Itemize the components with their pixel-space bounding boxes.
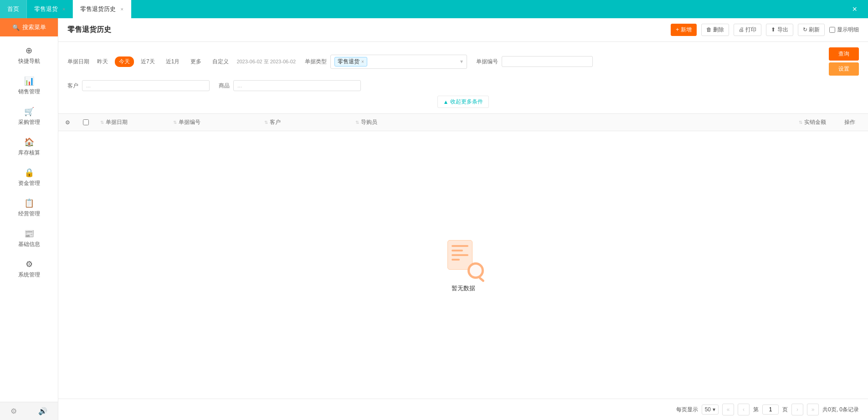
page-unit: 页 <box>782 406 788 414</box>
page-number-input[interactable] <box>762 405 779 415</box>
prev-page-button[interactable]: ‹ <box>738 404 750 415</box>
show-detail-input[interactable] <box>829 27 835 33</box>
next-page-button[interactable]: › <box>791 404 803 415</box>
date-filter-label: 单据日期 <box>67 58 89 66</box>
tab-home-label: 首页 <box>7 5 19 13</box>
select-all-checkbox[interactable] <box>83 119 89 125</box>
empty-search-circle <box>467 262 484 279</box>
sort-icon-number: ⇅ <box>173 120 177 125</box>
purchase-icon: 🛒 <box>24 107 34 117</box>
tab-home[interactable]: 首页 <box>0 0 27 18</box>
page-header: 零售退货历史 + 新增 🗑 删除 🖨 打印 ⬆ 导出 ↻ 刷新 显示明细 <box>58 18 868 42</box>
settings-button[interactable]: 设置 <box>829 62 859 76</box>
doc-line-4 <box>452 259 460 261</box>
date-btn-today[interactable]: 今天 <box>115 56 134 67</box>
sidebar-search[interactable]: 🔍 搜索菜单 <box>0 18 58 36</box>
sidebar-item-basic-info[interactable]: 📰 基础信息 <box>0 223 58 254</box>
date-btn-more[interactable]: 更多 <box>186 56 205 67</box>
sidebar-bottom: ⚙ 🔊 <box>0 402 58 420</box>
sidebar-item-purchase-mgmt[interactable]: 🛒 采购管理 <box>0 101 58 132</box>
th-action: 操作 <box>832 114 868 131</box>
first-page-button[interactable]: « <box>722 404 734 415</box>
sort-icon-guide: ⇅ <box>355 120 359 125</box>
sort-icon-customer: ⇅ <box>264 120 268 125</box>
table-header: ⚙ ⇅ 单据日期 ⇅ 单据编号 ⇅ 客户 ⇅ <box>58 114 868 131</box>
th-number[interactable]: ⇅ 单据编号 <box>168 114 259 131</box>
page-label: 第 <box>753 406 759 414</box>
goods-input[interactable]: ... <box>233 80 361 91</box>
th-number-label: 单据编号 <box>179 118 200 126</box>
date-filter: 单据日期 昨天 今天 近7天 近1月 更多 自定义 2023-06-02 至 2… <box>67 56 296 67</box>
doc-line-2 <box>452 250 463 251</box>
tab-list: 首页 零售退货 × 零售退货历史 × <box>0 0 848 18</box>
filter-row-2: 客户 ... 商品 ... <box>67 80 859 91</box>
page-size-select[interactable]: 50 ▾ <box>702 405 719 415</box>
doc-type-select[interactable]: 零售退货 × ▾ <box>330 55 467 69</box>
tab-retail-return-close[interactable]: × <box>62 6 65 12</box>
doc-number-label: 单据编号 <box>476 58 498 66</box>
date-btn-yesterday[interactable]: 昨天 <box>93 56 112 67</box>
tab-retail-return-history[interactable]: 零售退货历史 × <box>73 0 131 18</box>
th-customer-label: 客户 <box>270 118 281 126</box>
th-date[interactable]: ⇅ 单据日期 <box>95 114 168 131</box>
new-button[interactable]: + 新增 <box>671 24 696 36</box>
th-amount[interactable]: ⇅ 实销金额 <box>441 114 832 131</box>
tab-retail-return-history-close[interactable]: × <box>120 6 123 12</box>
collapse-label: 收起更多条件 <box>450 98 483 106</box>
query-button[interactable]: 查询 <box>829 47 859 61</box>
collapse-up-icon: ▲ <box>443 99 449 105</box>
collapse-button[interactable]: ▲ 收起更多条件 <box>437 96 489 108</box>
show-detail-label: 显示明细 <box>837 26 859 34</box>
date-btn-7days[interactable]: 近7天 <box>137 56 159 67</box>
th-check[interactable] <box>77 115 95 130</box>
tab-retail-return[interactable]: 零售退货 × <box>27 0 73 18</box>
table-area: ⚙ ⇅ 单据日期 ⇅ 单据编号 ⇅ 客户 ⇅ <box>58 114 868 399</box>
sidebar-settings-button[interactable]: ⚙ <box>10 407 17 415</box>
date-btn-custom[interactable]: 自定义 <box>208 56 233 67</box>
empty-icon-container <box>443 238 484 279</box>
last-page-button[interactable]: » <box>807 404 819 415</box>
refresh-button[interactable]: ↻ 刷新 <box>798 24 825 36</box>
th-amount-label: 实销金额 <box>804 118 826 126</box>
doc-line-1 <box>452 245 468 247</box>
sidebar-item-operation[interactable]: 📋 经营管理 <box>0 193 58 223</box>
sidebar-item-sales-mgmt[interactable]: 📊 销售管理 <box>0 71 58 101</box>
th-guide[interactable]: ⇅ 导购员 <box>350 114 441 131</box>
page-size-chevron: ▾ <box>713 406 715 413</box>
sidebar-nav: ⊕ 快捷导航 📊 销售管理 🛒 采购管理 🏠 库存核算 🔒 资金管理 📋 <box>0 36 58 402</box>
customer-input[interactable]: ... <box>82 80 210 91</box>
page-size-value: 50 <box>705 406 711 413</box>
th-action-label: 操作 <box>844 118 855 126</box>
main-layout: 🔍 搜索菜单 ⊕ 快捷导航 📊 销售管理 🛒 采购管理 🏠 库存核算 🔒 <box>0 18 868 420</box>
sidebar: 🔍 搜索菜单 ⊕ 快捷导航 📊 销售管理 🛒 采购管理 🏠 库存核算 🔒 <box>0 18 58 420</box>
delete-button[interactable]: 🗑 删除 <box>701 24 729 36</box>
sidebar-item-label: 销售管理 <box>18 88 40 96</box>
page-actions: + 新增 🗑 删除 🖨 打印 ⬆ 导出 ↻ 刷新 显示明细 <box>671 24 859 41</box>
query-buttons: 查询 设置 <box>829 47 859 76</box>
sidebar-audio-button[interactable]: 🔊 <box>38 407 47 415</box>
print-button[interactable]: 🖨 打印 <box>734 24 761 36</box>
export-button[interactable]: ⬆ 导出 <box>766 24 793 36</box>
system-icon: ⚙ <box>26 259 33 269</box>
show-detail-checkbox[interactable]: 显示明细 <box>829 26 859 34</box>
sidebar-item-quick-nav[interactable]: ⊕ 快捷导航 <box>0 40 58 71</box>
inventory-icon: 🏠 <box>24 137 34 147</box>
total-info: 共0页, 0条记录 <box>822 406 859 414</box>
window-close-button[interactable]: × <box>848 5 861 14</box>
filter-area: 单据日期 昨天 今天 近7天 近1月 更多 自定义 2023-06-02 至 2… <box>58 42 868 114</box>
th-date-label: 单据日期 <box>106 118 128 126</box>
sidebar-item-system-mgmt[interactable]: ⚙ 系统管理 <box>0 254 58 284</box>
doc-number-input[interactable] <box>502 56 593 67</box>
pagination: 每页显示 50 ▾ « ‹ 第 页 › » 共0页, 0条记录 <box>58 399 868 420</box>
empty-text: 暂无数据 <box>452 284 475 292</box>
content-area: 零售退货历史 + 新增 🗑 删除 🖨 打印 ⬆ 导出 ↻ 刷新 显示明细 单据日… <box>58 18 868 420</box>
th-customer[interactable]: ⇅ 客户 <box>259 114 350 131</box>
goods-label: 商品 <box>219 82 230 90</box>
doc-type-tag-close[interactable]: × <box>361 59 364 64</box>
sidebar-item-inventory[interactable]: 🏠 库存核算 <box>0 132 58 162</box>
doc-number-filter: 单据编号 <box>476 56 593 67</box>
sidebar-item-finance[interactable]: 🔒 资金管理 <box>0 162 58 193</box>
date-btn-1month[interactable]: 近1月 <box>162 56 184 67</box>
th-settings[interactable]: ⚙ <box>58 115 77 130</box>
sidebar-item-label: 库存核算 <box>18 149 40 157</box>
